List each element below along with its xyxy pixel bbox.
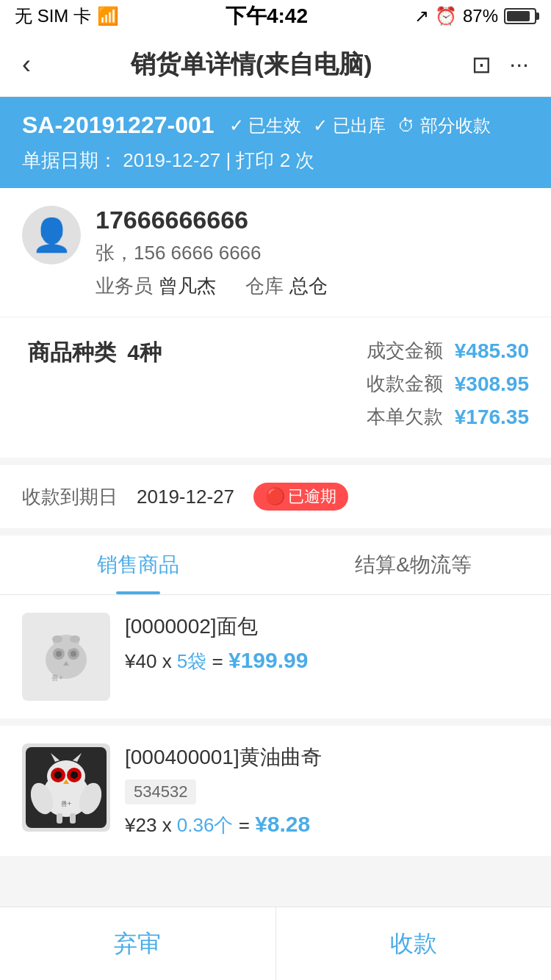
product-thumb-2: 兽+ xyxy=(22,743,110,832)
amount-row: 成交金额 ¥485.30 xyxy=(367,338,529,364)
status-effective: ✓ 已生效 xyxy=(229,114,302,137)
order-date-info: 单据日期： 2019-12-27 | 打印 2 次 xyxy=(22,148,529,173)
product-name-2: [000400001]黄油曲奇 xyxy=(125,743,529,771)
carrier: 无 SIM 卡 xyxy=(15,4,91,28)
owed-value: ¥176.35 xyxy=(455,406,529,429)
product-price-2: ¥23 x 0.36个 = ¥8.28 xyxy=(125,812,529,838)
order-id: SA-20191227-001 xyxy=(22,112,215,139)
product-tag-2: 534532 xyxy=(125,779,196,804)
status-partial: ⏱ 部分收款 xyxy=(397,114,491,137)
category-label: 商品种类 xyxy=(28,340,116,364)
tab-settlement[interactable]: 结算&物流等 xyxy=(276,536,551,594)
price-base-1: ¥40 xyxy=(125,650,156,672)
due-date: 2019-12-27 xyxy=(137,486,234,508)
price-qty-2: 0.36个 xyxy=(177,814,234,836)
product-name-1: [0000002]面包 xyxy=(125,613,529,641)
customer-info: 17666666666 张，156 6666 6666 业务员 曾凡杰 仓库 总… xyxy=(96,206,529,299)
svg-rect-21 xyxy=(70,813,76,824)
price-total-1: ¥199.99 xyxy=(228,648,308,672)
product-price-1: ¥40 x 5袋 = ¥199.99 xyxy=(125,648,529,674)
status-right: ↗ ⏰ 87% xyxy=(414,6,536,26)
amount-value: ¥485.30 xyxy=(455,339,529,363)
header-banner: SA-20191227-001 ✓ 已生效 ✓ 已出库 ⏱ 部分收款 单据日期：… xyxy=(0,97,551,188)
product-item-2: 兽+ [000400001]黄油曲奇 534532 ¥23 x 0.36个 = … xyxy=(0,726,551,856)
product-list: 兽+ [0000002]面包 ¥40 x 5袋 = ¥199.99 xyxy=(0,595,551,856)
status-badges: ✓ 已生效 ✓ 已出库 ⏱ 部分收款 xyxy=(229,114,491,137)
battery-icon xyxy=(504,8,536,24)
svg-point-16 xyxy=(71,771,78,779)
wifi-icon: 📶 xyxy=(97,6,119,26)
bottom-bar: 弃审 收款 xyxy=(0,907,551,980)
amount-info: 成交金额 ¥485.30 收款金额 ¥308.95 本单欠款 ¥176.35 xyxy=(367,338,529,437)
owed-row: 本单欠款 ¥176.35 xyxy=(367,404,529,430)
product-thumb-icon-1: 兽+ xyxy=(37,627,96,686)
abandon-review-label: 弃审 xyxy=(114,928,161,960)
category-count: 4种 xyxy=(127,340,162,364)
status-shipped: ✓ 已出库 xyxy=(313,114,386,137)
order-date: 2019-12-27 xyxy=(123,149,220,171)
sales-label: 业务员 xyxy=(96,273,153,299)
nav-bar: ‹ 销货单详情(来自电脑) ⊡ ··· xyxy=(0,32,551,97)
svg-point-3 xyxy=(56,651,62,657)
page-title: 销货单详情(来自电脑) xyxy=(131,48,372,82)
price-total-2: ¥8.28 xyxy=(255,812,310,836)
alarm-icon: ⏰ xyxy=(435,6,457,26)
customer-name-phone: 张，156 6666 6666 xyxy=(96,240,529,266)
banner-row1: SA-20191227-001 ✓ 已生效 ✓ 已出库 ⏱ 部分收款 xyxy=(22,112,529,139)
svg-text:兽+: 兽+ xyxy=(51,674,63,682)
tab-indicator xyxy=(116,591,160,594)
received-row: 收款金额 ¥308.95 xyxy=(367,371,529,397)
category-info: 商品种类 4种 xyxy=(22,338,162,368)
stats-section: 商品种类 4种 成交金额 ¥485.30 收款金额 ¥308.95 本单欠款 ¥… xyxy=(0,317,551,465)
product-thumb-1: 兽+ xyxy=(22,613,110,701)
battery-percent: 87% xyxy=(463,6,498,26)
warehouse-info: 仓库 总仓 xyxy=(245,273,328,299)
user-icon: 👤 xyxy=(32,216,72,254)
abandon-review-button[interactable]: 弃审 xyxy=(0,907,276,980)
amount-label: 成交金额 xyxy=(367,338,443,364)
collect-payment-button[interactable]: 收款 xyxy=(276,907,552,980)
tab-products-label: 销售商品 xyxy=(97,551,179,579)
overdue-icon: 🔴 xyxy=(265,487,285,506)
status-time: 下午4:42 xyxy=(226,2,308,30)
back-button[interactable]: ‹ xyxy=(22,49,31,80)
svg-point-15 xyxy=(54,771,62,779)
owed-label: 本单欠款 xyxy=(367,404,443,430)
status-bar: 无 SIM 卡 📶 下午4:42 ↗ ⏰ 87% xyxy=(0,0,551,32)
overdue-badge: 🔴 已逾期 xyxy=(253,483,348,511)
svg-rect-20 xyxy=(57,813,62,824)
print-info: | 打印 2 次 xyxy=(226,149,314,171)
collect-payment-label: 收款 xyxy=(390,928,437,960)
warehouse-name: 总仓 xyxy=(289,273,328,299)
date-label: 单据日期： xyxy=(22,149,118,171)
avatar: 👤 xyxy=(22,206,81,264)
received-value: ¥308.95 xyxy=(455,372,529,396)
share-icon[interactable]: ⊡ xyxy=(472,51,491,79)
customer-meta: 业务员 曾凡杰 仓库 总仓 xyxy=(96,273,529,299)
tab-settlement-label: 结算&物流等 xyxy=(355,551,472,579)
svg-point-8 xyxy=(70,635,80,643)
product-thumb-owl: 兽+ xyxy=(26,747,107,828)
nav-actions: ⊡ ··· xyxy=(472,51,529,79)
more-icon[interactable]: ··· xyxy=(509,51,529,78)
overdue-label: 已逾期 xyxy=(288,486,336,508)
sales-info: 业务员 曾凡杰 xyxy=(96,273,216,299)
tabs: 销售商品 结算&物流等 xyxy=(0,536,551,595)
svg-text:兽+: 兽+ xyxy=(61,800,71,807)
warehouse-label: 仓库 xyxy=(245,273,284,299)
product-info-1: [0000002]面包 ¥40 x 5袋 = ¥199.99 xyxy=(125,613,529,674)
received-label: 收款金额 xyxy=(367,371,443,397)
due-label: 收款到期日 xyxy=(22,484,118,510)
status-left: 无 SIM 卡 📶 xyxy=(15,4,119,28)
product-item-1: 兽+ [0000002]面包 ¥40 x 5袋 = ¥199.99 xyxy=(0,595,551,718)
product-info-2: [000400001]黄油曲奇 534532 ¥23 x 0.36个 = ¥8.… xyxy=(125,743,529,838)
price-qty-1: 5袋 xyxy=(177,650,206,672)
svg-point-4 xyxy=(71,651,76,657)
price-base-2: ¥23 xyxy=(125,814,156,836)
sales-name: 曾凡杰 xyxy=(159,273,216,299)
svg-point-7 xyxy=(52,635,62,643)
due-section: 收款到期日 2019-12-27 🔴 已逾期 xyxy=(0,465,551,536)
tab-products[interactable]: 销售商品 xyxy=(0,536,276,594)
customer-section: 👤 17666666666 张，156 6666 6666 业务员 曾凡杰 仓库… xyxy=(0,188,551,317)
customer-phone-display: 17666666666 xyxy=(96,206,529,234)
